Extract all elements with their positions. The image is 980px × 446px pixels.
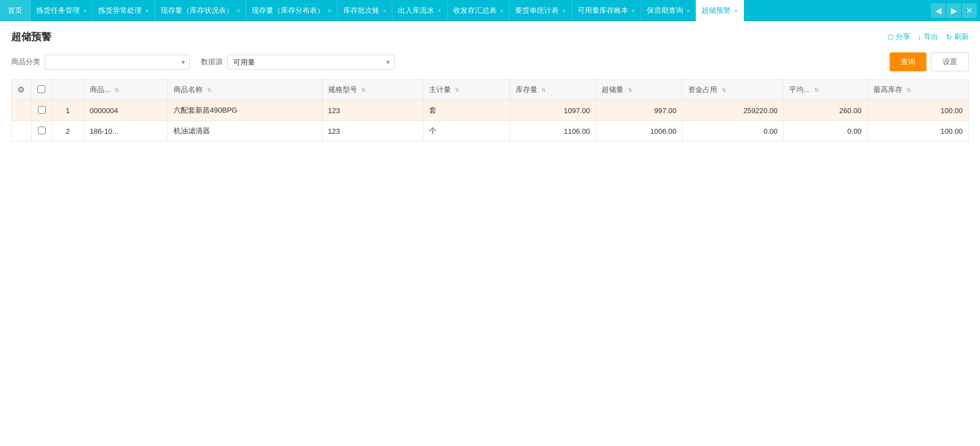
row-overstock-0: 997.00 [596, 100, 683, 121]
filter-datasource-select-wrapper: 可用量 库存量 [227, 55, 395, 70]
nav-tab-exception-handle[interactable]: 拣货异常处理 × [93, 0, 155, 21]
row-checkbox-1[interactable] [38, 127, 46, 134]
th-num [52, 80, 84, 100]
setting-button[interactable]: 设置 [931, 52, 969, 71]
top-nav: 首页 拣货任务管理 × 拣货异常处理 × 现存量（库存状况表） × 现存量（库存… [0, 0, 980, 21]
filter-datasource-group: 数据源 可用量 库存量 [201, 55, 395, 70]
th-gear: ⚙ [12, 80, 32, 100]
overstock-sort-icon: ⇅ [628, 87, 632, 93]
nav-tab-home[interactable]: 首页 [0, 0, 31, 21]
nav-tab-order-stats[interactable]: 要货单统计表 × [510, 0, 571, 21]
row-capital-1: 0.00 [683, 121, 784, 142]
row-unit-1: 个 [423, 121, 510, 142]
filter-datasource-select[interactable]: 可用量 库存量 [227, 55, 395, 70]
nav-tab-inout-flow-label: 出入库流水 [398, 6, 434, 16]
th-unit[interactable]: 主计量 ⇅ [423, 80, 510, 100]
row-checkbox-0[interactable] [38, 106, 46, 114]
nav-arrow-right[interactable]: ▶ [947, 3, 961, 18]
row-max-stock-0: 100.00 [867, 100, 968, 121]
share-label: 分享 [896, 32, 910, 42]
nav-tab-stock-dist-close[interactable]: × [328, 7, 331, 14]
nav-tab-task-mgmt-close[interactable]: × [83, 7, 87, 14]
nav-tab-task-mgmt[interactable]: 拣货任务管理 × [31, 0, 93, 21]
nav-tab-recv-summary-label: 收发存汇总表 [453, 6, 497, 16]
export-action[interactable]: ↓ 导出 [918, 32, 939, 42]
th-avg-label: 平均... [789, 85, 810, 94]
nav-tab-order-stats-label: 要货单统计表 [515, 6, 559, 16]
nav-tab-stock-dist-label: 现存量（库存分布表） [252, 6, 324, 16]
header-actions: ⬡ 分享 ↓ 导出 ↻ 刷新 [887, 32, 969, 42]
row-sku-name-1: 机油滤清器 [168, 121, 323, 142]
th-stock[interactable]: 库存量 ⇅ [510, 80, 596, 100]
nav-tab-batch-account-label: 库存批次账 [343, 6, 379, 16]
th-overstock[interactable]: 超储量 ⇅ [596, 80, 683, 100]
capital-sort-icon: ⇅ [722, 87, 726, 93]
refresh-label: 刷新 [954, 32, 969, 42]
filter-datasource-label: 数据源 [201, 57, 223, 67]
row-sku-name-0: 六配套新昌490BPG [168, 100, 323, 121]
th-stock-label: 库存量 [516, 85, 537, 94]
nav-tab-shelf-life-close[interactable]: × [686, 7, 690, 14]
row-spec-1: 123 [322, 121, 423, 142]
filter-category-select[interactable] [45, 55, 190, 70]
nav-tab-home-label: 首页 [8, 6, 22, 16]
nav-tab-stock-status-label: 现存量（库存状况表） [161, 6, 233, 16]
gear-icon[interactable]: ⚙ [17, 85, 25, 94]
nav-tab-task-mgmt-label: 拣货任务管理 [36, 6, 80, 16]
th-spec[interactable]: 规格型号 ⇅ [322, 80, 423, 100]
th-check [32, 80, 52, 100]
th-sku-name-label: 商品名称 [174, 85, 203, 94]
nav-tab-avail-account-close[interactable]: × [632, 7, 635, 14]
nav-tab-stock-status[interactable]: 现存量（库存状况表） × [155, 0, 246, 21]
sku-name-sort-icon: ⇅ [207, 87, 212, 93]
nav-tab-batch-account-close[interactable]: × [383, 7, 386, 14]
row-unit-0: 套 [423, 100, 510, 121]
th-capital-label: 资金占用 [688, 85, 717, 94]
nav-tab-inout-flow-close[interactable]: × [438, 7, 441, 14]
nav-tab-recv-summary-close[interactable]: × [500, 7, 503, 14]
row-gear-1 [12, 121, 32, 142]
share-icon: ⬡ [887, 33, 893, 41]
row-gear-0 [12, 100, 32, 121]
nav-tab-inout-flow[interactable]: 出入库流水 × [392, 0, 447, 21]
nav-tab-batch-account[interactable]: 库存批次账 × [338, 0, 392, 21]
nav-tab-overstock-warn[interactable]: 超储预警 × [696, 0, 743, 21]
share-action[interactable]: ⬡ 分享 [887, 32, 910, 42]
table-row: 2 186-10... 机油滤清器 123 个 1106.00 1006.00 … [12, 121, 969, 142]
th-sku-name[interactable]: 商品名称 ⇅ [168, 80, 323, 100]
nav-tab-exception-handle-label: 拣货异常处理 [98, 6, 142, 16]
nav-tab-order-stats-close[interactable]: × [562, 7, 565, 14]
th-max-stock[interactable]: 最高库存 ⇅ [867, 80, 968, 100]
th-overstock-label: 超储量 [602, 85, 623, 94]
row-sku-code-0: 0000004 [84, 100, 167, 121]
nav-tab-stock-dist[interactable]: 现存量（库存分布表） × [246, 0, 337, 21]
row-avg-1: 0.00 [784, 121, 867, 142]
row-overstock-1: 1006.00 [596, 121, 683, 142]
select-all-checkbox[interactable] [37, 85, 45, 93]
th-capital[interactable]: 资金占用 ⇅ [683, 80, 784, 100]
export-icon: ↓ [918, 33, 922, 41]
nav-arrow-close-all[interactable]: ✕ [962, 3, 977, 18]
th-unit-label: 主计量 [429, 85, 451, 94]
th-avg[interactable]: 平均... ⇅ [784, 80, 867, 100]
refresh-action[interactable]: ↻ 刷新 [946, 32, 969, 42]
nav-tab-stock-status-close[interactable]: × [237, 7, 240, 14]
nav-tab-overstock-warn-close[interactable]: × [734, 7, 737, 14]
row-num-1: 2 [52, 121, 84, 142]
nav-tab-overstock-warn-label: 超储预警 [702, 6, 731, 16]
nav-tab-exception-handle-close[interactable]: × [145, 7, 148, 14]
row-sku-code-1: 186-10... [84, 121, 167, 142]
query-button[interactable]: 查询 [890, 52, 926, 71]
th-sku-code[interactable]: 商品... ⇅ [84, 80, 167, 100]
nav-tab-shelf-life[interactable]: 保质期查询 × [641, 0, 696, 21]
page-content: 超储预警 ⬡ 分享 ↓ 导出 ↻ 刷新 商品分类 [0, 21, 980, 446]
th-sku-code-label: 商品... [90, 85, 111, 94]
row-stock-0: 1097.00 [510, 100, 596, 121]
nav-tab-recv-summary[interactable]: 收发存汇总表 × [448, 0, 510, 21]
row-avg-0: 260.00 [784, 100, 867, 121]
filter-category-select-wrapper [45, 55, 190, 70]
nav-arrow-left[interactable]: ◀ [931, 3, 945, 18]
row-capital-0: 259220.00 [683, 100, 784, 121]
nav-tab-avail-account[interactable]: 可用量库存账本 × [572, 0, 641, 21]
unit-sort-icon: ⇅ [455, 87, 459, 93]
